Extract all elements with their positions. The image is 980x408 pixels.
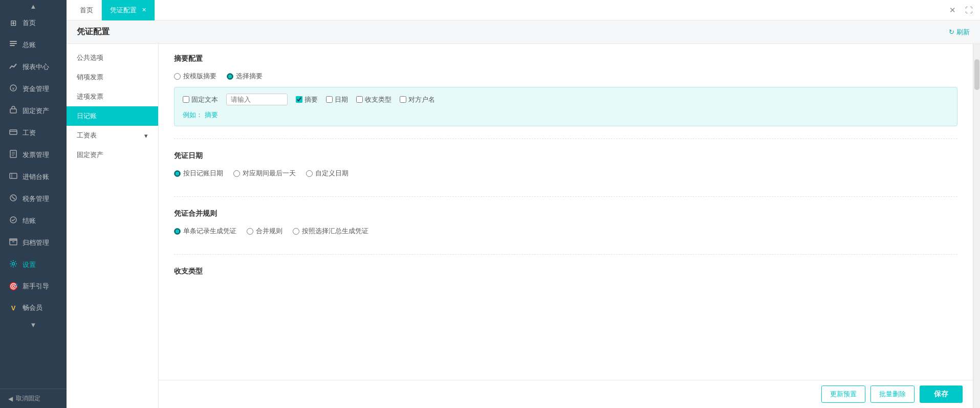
receipt-type-section: 收支类型 <box>174 267 957 297</box>
sidebar-item-settings[interactable]: 设置 <box>0 254 67 276</box>
report-icon <box>8 62 18 72</box>
invoice-icon <box>8 150 18 160</box>
svg-rect-5 <box>10 109 16 113</box>
chevron-down-icon: ▾ <box>144 132 148 140</box>
sidebar-item-fund-management[interactable]: ¥ 资金管理 <box>0 78 67 100</box>
save-button[interactable]: 保存 <box>920 386 963 403</box>
svg-rect-2 <box>10 45 15 46</box>
tax-icon <box>8 194 18 203</box>
svg-text:¥: ¥ <box>12 86 15 91</box>
sidebar-item-invoice-management[interactable]: 发票管理 <box>0 144 67 166</box>
svg-rect-0 <box>10 41 17 42</box>
sidebar-scroll-down[interactable]: ▼ <box>0 319 67 331</box>
checkbox-summary[interactable]: 摘要 <box>296 95 318 104</box>
tab-home[interactable]: 首页 <box>72 0 102 20</box>
tab-close-icon[interactable]: ✕ <box>142 7 146 13</box>
voucher-date-title: 凭证日期 <box>174 151 957 161</box>
sidebar-item-label: 报表中心 <box>23 62 49 72</box>
tab-bar: 首页 凭证配置 ✕ ✕ ⛶ <box>67 0 980 20</box>
sidebar-item-label: 总账 <box>23 40 36 50</box>
update-preview-button[interactable]: 更新预置 <box>821 386 865 403</box>
sidebar-item-label: 归档管理 <box>23 238 49 247</box>
sidebar-item-label: 新手引导 <box>23 282 49 291</box>
refresh-icon: ↻ <box>949 28 954 36</box>
sidebar-scroll-up[interactable]: ▲ <box>0 0 67 12</box>
nav-item-sales-invoice[interactable]: 销项发票 <box>67 67 158 87</box>
purchase-icon <box>8 172 18 182</box>
home-icon: ⊞ <box>8 18 18 28</box>
fullscreen-button[interactable]: ⛶ <box>963 4 975 16</box>
merge-rule-radio-group: 单条记录生成凭证 合并规则 按照选择汇总生成凭证 <box>174 226 957 236</box>
summary-radio-template[interactable]: 按模版摘要 <box>174 72 216 81</box>
summary-radio-group: 按模版摘要 选择摘要 <box>174 72 957 81</box>
merge-rule-radio-summary[interactable]: 按照选择汇总生成凭证 <box>293 226 368 236</box>
summary-options-box: 固定文本 摘要 日期 <box>174 87 957 126</box>
sidebar-item-general-ledger[interactable]: 总账 <box>0 34 67 56</box>
right-scrollbar[interactable] <box>973 44 980 408</box>
left-nav: 公共选项 销项发票 进项发票 日记账 工资表 ▾ 固定资产 <box>67 44 159 408</box>
sidebar-item-tax-management[interactable]: 税务管理 <box>0 188 67 210</box>
svg-rect-6 <box>10 130 17 134</box>
sidebar-item-beginner-guide[interactable]: 🎯 新手引导 <box>0 276 67 297</box>
sidebar-item-label: 首页 <box>23 18 36 28</box>
summary-checkbox-row: 固定文本 摘要 日期 <box>183 94 949 105</box>
sidebar-item-label: 设置 <box>23 260 36 269</box>
sidebar-item-report-center[interactable]: 报表中心 <box>0 56 67 78</box>
nav-item-payroll[interactable]: 工资表 ▾ <box>67 126 158 145</box>
checkbox-counterpart-name[interactable]: 对方户名 <box>400 95 435 104</box>
example-text: 例如： 摘要 <box>183 110 949 120</box>
nav-item-fixed-assets[interactable]: 固定资产 <box>67 145 158 165</box>
salary-icon <box>8 128 18 138</box>
sidebar-item-fixed-assets[interactable]: 固定资产 <box>0 100 67 122</box>
nav-item-purchase-invoice[interactable]: 进项发票 <box>67 87 158 106</box>
svg-rect-1 <box>10 43 17 44</box>
nav-item-journal[interactable]: 日记账 <box>67 106 158 126</box>
refresh-button[interactable]: ↻ 刷新 <box>949 28 970 37</box>
sidebar-item-purchase-sales[interactable]: 进销台账 <box>0 166 67 188</box>
settings-icon <box>8 260 18 269</box>
svg-point-21 <box>12 263 15 265</box>
receipt-type-title: 收支类型 <box>174 267 957 276</box>
summary-radio-select[interactable]: 选择摘要 <box>227 72 263 81</box>
archive-icon <box>8 238 18 247</box>
sidebar-item-archive-management[interactable]: 归档管理 <box>0 232 67 254</box>
voucher-date-section: 凭证日期 按日记账日期 对应期间最后一天 自定义日期 <box>174 151 957 197</box>
sidebar-item-label: 税务管理 <box>23 194 49 203</box>
guide-icon: 🎯 <box>8 282 18 291</box>
tab-voucher-config[interactable]: 凭证配置 ✕ <box>102 0 155 20</box>
main-area: 首页 凭证配置 ✕ ✕ ⛶ 凭证配置 ↻ 刷新 公共选项 销项发票 进项 <box>67 0 980 408</box>
ledger-icon <box>8 40 18 50</box>
main-content: 摘要配置 按模版摘要 选择摘要 <box>159 44 973 380</box>
fixed-text-input[interactable] <box>226 94 288 105</box>
checkbox-fixed-text[interactable]: 固定文本 <box>183 95 218 104</box>
summary-section-title: 摘要配置 <box>174 54 957 63</box>
merge-rule-radio-single[interactable]: 单条记录生成凭证 <box>174 226 236 236</box>
sidebar-item-label: 固定资产 <box>23 106 49 116</box>
summary-section: 摘要配置 按模版摘要 选择摘要 <box>174 54 957 139</box>
nav-item-public-options[interactable]: 公共选项 <box>67 48 158 67</box>
sidebar-item-label: 结账 <box>23 216 36 225</box>
sidebar-item-home[interactable]: ⊞ 首页 <box>0 12 67 34</box>
page-title: 凭证配置 <box>77 27 110 37</box>
content-area: 公共选项 销项发票 进项发票 日记账 工资表 ▾ 固定资产 <box>67 44 980 408</box>
checkout-icon <box>8 216 18 225</box>
voucher-date-radio-journal[interactable]: 按日记账日期 <box>174 169 223 178</box>
voucher-date-radio-custom[interactable]: 自定义日期 <box>306 169 349 178</box>
fund-icon: ¥ <box>8 84 18 94</box>
sidebar: ▲ ⊞ 首页 总账 报表中心 ¥ 资金管理 固定资产 工资 <box>0 0 67 408</box>
batch-delete-button[interactable]: 批量删除 <box>870 386 914 403</box>
sidebar-item-salary[interactable]: 工资 <box>0 122 67 144</box>
svg-point-16 <box>14 198 15 199</box>
voucher-date-radio-period-last[interactable]: 对应期间最后一天 <box>233 169 296 178</box>
pin-icon: ◀ <box>8 395 13 402</box>
sidebar-item-vip-member[interactable]: V 畅会员 <box>0 297 67 319</box>
close-window-button[interactable]: ✕ <box>946 4 959 16</box>
sidebar-item-label: 发票管理 <box>23 150 49 160</box>
merge-rule-radio-merge[interactable]: 合并规则 <box>247 226 282 236</box>
sidebar-item-checkout[interactable]: 结账 <box>0 210 67 232</box>
assets-icon <box>8 106 18 116</box>
sidebar-unpin-button[interactable]: ◀ 取消固定 <box>0 389 67 408</box>
checkbox-receipt-type[interactable]: 收支类型 <box>356 95 391 104</box>
checkbox-date[interactable]: 日期 <box>326 95 348 104</box>
vip-icon: V <box>8 304 18 312</box>
